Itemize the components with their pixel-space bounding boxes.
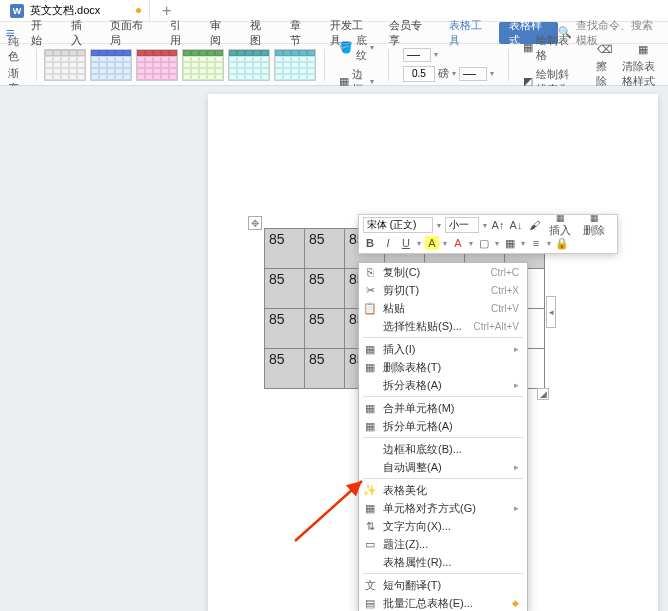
text-dir-icon: ⇅ <box>363 520 377 533</box>
line-unit-label: 磅 <box>438 66 449 81</box>
cut-icon: ✂ <box>363 284 377 297</box>
line-width-input[interactable]: 磅▾ ▾ <box>401 65 496 83</box>
tab-member[interactable]: 会员专享 <box>379 22 439 44</box>
tab-references[interactable]: 引用 <box>160 22 200 44</box>
cm-cell-align[interactable]: ▦单元格对齐方式(G)▸ <box>359 499 527 517</box>
document-tab[interactable]: W 英文文档.docx <box>0 0 150 22</box>
cm-batch-summary[interactable]: ▤批量汇总表格(E)...◆ <box>359 594 527 611</box>
font-color-button[interactable]: A <box>451 236 465 250</box>
paste-icon: 📋 <box>363 302 377 315</box>
tab-page-layout[interactable]: 页面布局 <box>100 22 160 44</box>
italic-button[interactable]: I <box>381 236 395 250</box>
border-mini-button[interactable]: ▦ <box>503 236 517 250</box>
tab-view[interactable]: 视图 <box>240 22 280 44</box>
line-color-select[interactable] <box>459 67 487 81</box>
tab-chapter[interactable]: 章节 <box>280 22 320 44</box>
lock-button[interactable]: 🔒 <box>555 236 569 250</box>
separator <box>363 573 523 574</box>
line-width-field[interactable] <box>403 66 435 82</box>
style-thumb-6[interactable] <box>274 49 316 81</box>
cm-translate[interactable]: 文短句翻译(T) <box>359 576 527 594</box>
context-menu: ⎘复制(C)Ctrl+C ✂剪切(T)Ctrl+X 📋粘贴Ctrl+V 选择性粘… <box>358 262 528 611</box>
style-thumb-5[interactable] <box>228 49 270 81</box>
font-family-input[interactable] <box>363 217 433 233</box>
separator <box>363 396 523 397</box>
fill-preset-plain[interactable]: 纯色 <box>8 34 24 64</box>
style-thumb-4[interactable] <box>182 49 224 81</box>
draw-table-button[interactable]: ▦ 绘制表格 <box>521 32 580 64</box>
shading-button[interactable]: 🪣 底纹▾ <box>337 32 376 64</box>
underline-button[interactable]: U <box>399 236 413 250</box>
delete-table-icon: ▦ <box>363 361 377 374</box>
eraser-button[interactable]: ⌫ 擦除 <box>596 40 614 89</box>
separator <box>363 478 523 479</box>
document-canvas[interactable]: ✥ 85 85 85 85 85 85 85 85 85 85 85 85 85 <box>0 86 668 611</box>
document-filename: 英文文档.docx <box>30 3 100 18</box>
batch-icon: ▤ <box>363 597 377 610</box>
caption-icon: ▭ <box>363 538 377 551</box>
cm-paste[interactable]: 📋粘贴Ctrl+V <box>359 299 527 317</box>
bold-button[interactable]: B <box>363 236 377 250</box>
insert-icon: ▦ <box>363 343 377 356</box>
cm-border-shading[interactable]: 边框和底纹(B)... <box>359 440 527 458</box>
cm-paste-special[interactable]: 选择性粘贴(S)...Ctrl+Alt+V <box>359 317 527 335</box>
table-cell[interactable]: 85 <box>265 309 305 349</box>
cm-delete-table[interactable]: ▦删除表格(T) <box>359 358 527 376</box>
align-icon: ▦ <box>363 502 377 515</box>
cm-cut[interactable]: ✂剪切(T)Ctrl+X <box>359 281 527 299</box>
cm-caption[interactable]: ▭题注(Z)... <box>359 535 527 553</box>
table-cell[interactable]: 85 <box>305 229 345 269</box>
align-mini-button[interactable]: ≡ <box>529 236 543 250</box>
cm-insert[interactable]: ▦插入(I)▸ <box>359 340 527 358</box>
separator <box>508 49 509 81</box>
copy-icon: ⎘ <box>363 266 377 278</box>
table-cell[interactable]: 85 <box>305 309 345 349</box>
clear-style-label: 清除表格样式 <box>622 59 664 89</box>
clear-style-icon: ▦ <box>634 40 652 58</box>
mini-delete-button[interactable]: ▦删除 <box>579 213 609 238</box>
mini-insert-button[interactable]: ▦插入 <box>545 213 575 238</box>
line-width-group: ▾ 磅▾ ▾ <box>397 47 500 83</box>
table-cell[interactable]: 85 <box>265 269 305 309</box>
shrink-font-button[interactable]: A↓ <box>509 218 523 232</box>
tab-review[interactable]: 审阅 <box>200 22 240 44</box>
merge-cells-icon: ▦ <box>363 402 377 415</box>
highlight-button[interactable]: A <box>425 236 439 250</box>
font-size-input[interactable] <box>445 217 479 233</box>
style-thumb-1[interactable] <box>44 49 86 81</box>
tab-insert[interactable]: 插入 <box>61 22 101 44</box>
table-move-handle[interactable]: ✥ <box>248 216 262 230</box>
side-pane-handle[interactable]: ◂ <box>546 296 556 328</box>
cm-split-cells[interactable]: ▦拆分单元格(A) <box>359 417 527 435</box>
cm-split-table[interactable]: 拆分表格(A)▸ <box>359 376 527 394</box>
shading-mini-button[interactable]: ▢ <box>477 236 491 250</box>
table-cell[interactable]: 85 <box>305 269 345 309</box>
separator <box>363 437 523 438</box>
cm-text-direction[interactable]: ⇅文字方向(X)... <box>359 517 527 535</box>
clear-style-button[interactable]: ▦ 清除表格样式 <box>622 40 664 89</box>
cm-table-beautify[interactable]: ✨表格美化 <box>359 481 527 499</box>
line-style-select[interactable]: ▾ <box>401 47 496 63</box>
grow-font-button[interactable]: A↑ <box>491 218 505 232</box>
table-resize-handle[interactable]: ◢ <box>537 388 549 400</box>
table-cell[interactable]: 85 <box>265 349 305 389</box>
mini-toolbar: ▾ ▾ A↑ A↓ 🖌 ▦插入 ▦删除 B I U▾ A▾ A▾ ▢▾ ▦▾ ≡… <box>358 214 618 254</box>
tab-table-tools[interactable]: 表格工具 <box>439 22 499 44</box>
table-cell[interactable]: 85 <box>265 229 305 269</box>
format-painter-button[interactable]: 🖌 <box>527 218 541 232</box>
table-cell[interactable]: 85 <box>305 349 345 389</box>
cm-table-props[interactable]: 表格属性(R)... <box>359 553 527 571</box>
cm-merge-cells[interactable]: ▦合并单元格(M) <box>359 399 527 417</box>
split-cells-icon: ▦ <box>363 420 377 433</box>
separator <box>363 337 523 338</box>
unsaved-dot-icon <box>136 8 141 13</box>
separator <box>388 49 389 81</box>
table-style-gallery[interactable] <box>44 49 316 81</box>
style-thumb-3[interactable] <box>136 49 178 81</box>
translate-icon: 文 <box>363 578 377 593</box>
separator <box>36 49 37 81</box>
word-doc-icon: W <box>10 4 24 18</box>
cm-copy[interactable]: ⎘复制(C)Ctrl+C <box>359 263 527 281</box>
cm-auto-fit[interactable]: 自动调整(A)▸ <box>359 458 527 476</box>
style-thumb-2[interactable] <box>90 49 132 81</box>
